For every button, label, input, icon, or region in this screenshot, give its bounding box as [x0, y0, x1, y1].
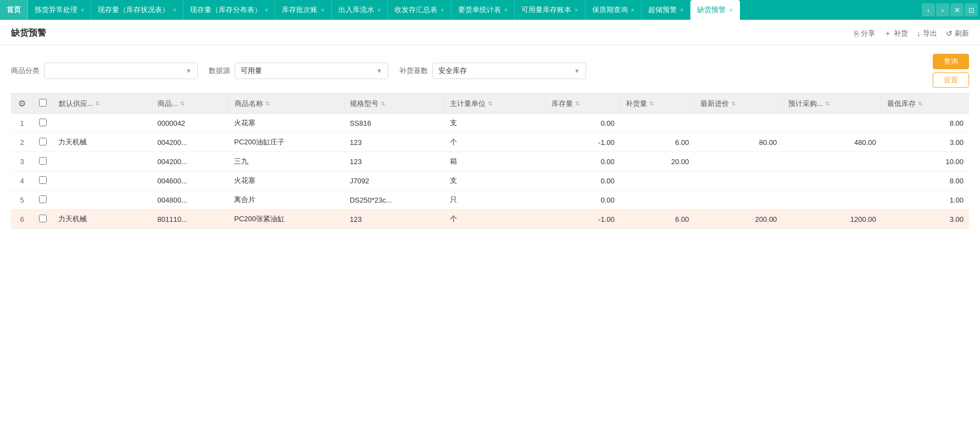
row-checkbox-4[interactable] — [33, 171, 53, 191]
close-overstock-icon[interactable]: × — [680, 7, 683, 13]
row-est-purchase-4 — [782, 171, 881, 191]
nav-tab-shelf-life-label: 保质期查询 — [592, 5, 628, 15]
restock-icon: ＋ — [884, 29, 892, 38]
row-checkbox-input-3[interactable] — [39, 157, 47, 165]
nav-tab-overstock[interactable]: 超储预警 × — [642, 0, 691, 20]
export-label: 导出 — [923, 29, 937, 38]
row-spec-1: SS816 — [344, 114, 444, 133]
settings-button[interactable]: 设置 — [933, 72, 969, 88]
row-checkbox-input-5[interactable] — [39, 195, 47, 203]
row-unit-1: 支 — [444, 114, 546, 133]
row-checkbox-input-1[interactable] — [39, 119, 47, 126]
row-checkbox-3[interactable] — [33, 152, 53, 171]
th-spec[interactable]: 规格型号 ⇅ — [344, 94, 444, 114]
row-min-stock-3: 10.00 — [882, 152, 969, 171]
close-pick-error-icon[interactable]: × — [81, 7, 84, 13]
nav-tab-pick-error[interactable]: 拣货异常处理 × — [28, 0, 91, 20]
category-filter-group: 商品分类 ▼ — [11, 63, 198, 79]
close-avail-stock-icon[interactable]: × — [575, 7, 578, 13]
row-est-purchase-2: 480.00 — [782, 133, 881, 152]
nav-tab-stock-flow[interactable]: 出入库流水 × — [332, 0, 388, 20]
nav-tab-shelf-life[interactable]: 保质期查询 × — [586, 0, 642, 20]
nav-tab-stock-dist[interactable]: 现存量（库存分布表） × — [183, 0, 275, 20]
row-num-3: 3 — [11, 152, 33, 171]
th-default-supplier[interactable]: 默认供应... ⇅ — [53, 94, 152, 114]
th-product-name-label: 商品名称 — [235, 99, 263, 109]
nav-tab-avail-stock[interactable]: 可用量库存账本 × — [515, 0, 585, 20]
row-latest-price-2: 80.00 — [694, 133, 782, 152]
table-row: 5 004800... 离合片 DS250*23c... 只 0.00 1.00 — [11, 191, 969, 210]
th-latest-price-label: 最新进价 — [700, 99, 729, 109]
nav-tab-home[interactable]: 首页 — [0, 0, 28, 20]
th-product-code-label: 商品... — [158, 99, 178, 109]
close-recv-send-icon[interactable]: × — [441, 7, 444, 13]
restock-base-filter-group: 补货基数 安全库存 ▼ — [399, 63, 586, 79]
nav-tab-stock-batch[interactable]: 库存批次账 × — [275, 0, 331, 20]
row-checkbox-input-4[interactable] — [39, 176, 47, 184]
filter-area: 商品分类 ▼ 数据源 可用量 ▼ 补货基数 安全库存 ▼ 查询 设置 — [0, 45, 980, 93]
row-supplier-4 — [53, 171, 152, 191]
restock-label: 补货 — [894, 29, 908, 38]
datasource-label: 数据源 — [209, 66, 230, 76]
nav-tab-recv-send-label: 收发存汇总表 — [394, 5, 437, 15]
category-dropdown-arrow-icon: ▼ — [186, 68, 192, 74]
nav-close-all-button[interactable]: ⊡ — [965, 3, 978, 16]
th-stock-label: 库存量 — [552, 99, 573, 109]
page-header: 缺货预警 ⎘ 分享 ＋ 补货 ↓ 导出 ↺ 刷新 — [0, 20, 980, 45]
th-est-purchase[interactable]: 预计采购... ⇅ — [782, 94, 881, 114]
nav-next-button[interactable]: › — [936, 3, 949, 16]
th-product-name[interactable]: 商品名称 ⇅ — [229, 94, 344, 114]
row-checkbox-input-6[interactable] — [39, 215, 47, 222]
row-stock-4: 0.00 — [545, 171, 620, 191]
row-checkbox-2[interactable] — [33, 133, 53, 152]
close-shortage-icon[interactable]: × — [729, 7, 732, 13]
row-restock-qty-6: 6.00 — [620, 210, 695, 229]
row-spec-5: DS250*23c... — [344, 191, 444, 210]
th-latest-price[interactable]: 最新进价 ⇅ — [694, 94, 782, 114]
nav-close-current-button[interactable]: ✕ — [950, 3, 964, 16]
category-select[interactable]: ▼ — [44, 63, 198, 79]
sort-min-stock-icon: ⇅ — [918, 100, 922, 107]
nav-tab-stock-status[interactable]: 现存量（库存状况表） × — [91, 0, 183, 20]
th-product-code[interactable]: 商品... ⇅ — [152, 94, 229, 114]
nav-tab-stock-flow-label: 出入库流水 — [338, 5, 374, 15]
datasource-select[interactable]: 可用量 ▼ — [235, 63, 388, 79]
th-restock-qty[interactable]: 补货量 ⇅ — [620, 94, 695, 114]
row-latest-price-4 — [694, 171, 782, 191]
close-order-stat-icon[interactable]: × — [504, 7, 508, 13]
row-checkbox-input-2[interactable] — [39, 138, 47, 145]
row-checkbox-5[interactable] — [33, 191, 53, 210]
th-gear[interactable]: ⚙ — [11, 94, 33, 114]
row-stock-3: 0.00 — [545, 152, 620, 171]
row-num-5: 5 — [11, 191, 33, 210]
row-checkbox-1[interactable] — [33, 114, 53, 133]
nav-tab-order-stat[interactable]: 要货单统计表 × — [452, 0, 515, 20]
th-min-stock[interactable]: 最低库存 ⇅ — [882, 94, 969, 114]
header-actions: ⎘ 分享 ＋ 补货 ↓ 导出 ↺ 刷新 — [854, 29, 969, 38]
row-checkbox-6[interactable] — [33, 210, 53, 229]
close-shelf-life-icon[interactable]: × — [631, 7, 634, 13]
close-stock-batch-icon[interactable]: × — [321, 7, 324, 13]
th-unit[interactable]: 主计量单位 ⇅ — [444, 94, 546, 114]
sort-latest-price-icon: ⇅ — [731, 100, 736, 107]
share-action[interactable]: ⎘ 分享 — [854, 29, 875, 38]
restock-base-select[interactable]: 安全库存 ▼ — [432, 63, 586, 79]
close-stock-dist-icon[interactable]: × — [265, 7, 268, 13]
row-unit-6: 个 — [444, 210, 546, 229]
close-stock-status-icon[interactable]: × — [172, 7, 176, 13]
share-icon: ⎘ — [854, 29, 859, 38]
nav-prev-button[interactable]: ‹ — [922, 3, 935, 16]
th-stock[interactable]: 库存量 ⇅ — [545, 94, 620, 114]
row-product-code-5: 004800... — [152, 191, 229, 210]
row-num-1: 1 — [11, 114, 33, 133]
refresh-action[interactable]: ↺ 刷新 — [946, 29, 969, 38]
row-product-name-2: PC200油缸庄子 — [229, 133, 344, 152]
datasource-dropdown-arrow-icon: ▼ — [376, 68, 382, 74]
nav-tab-recv-send[interactable]: 收发存汇总表 × — [388, 0, 451, 20]
select-all-checkbox[interactable] — [39, 99, 47, 107]
nav-tab-shortage[interactable]: 缺货预警 × — [691, 0, 739, 20]
query-button[interactable]: 查询 — [933, 54, 969, 69]
restock-action[interactable]: ＋ 补货 — [884, 29, 908, 38]
export-action[interactable]: ↓ 导出 — [917, 29, 937, 38]
close-stock-flow-icon[interactable]: × — [377, 7, 381, 13]
